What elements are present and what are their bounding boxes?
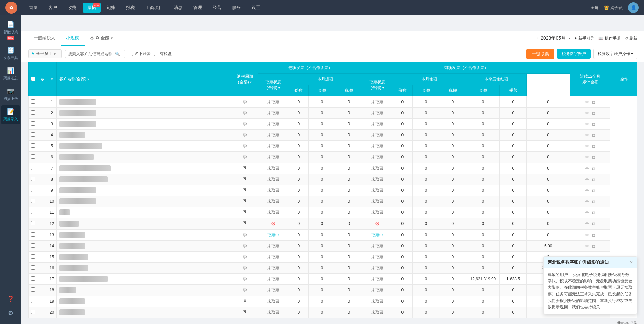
- tax-period-header[interactable]: 纳税周期(全部) ▾: [231, 62, 258, 96]
- copy-icon[interactable]: ⧉: [592, 110, 595, 116]
- nav-receipts[interactable]: 收费: [63, 3, 81, 13]
- one-key-invoice-btn[interactable]: 一键取票: [526, 49, 554, 59]
- copy-icon[interactable]: ⧉: [592, 243, 595, 249]
- client-name-header[interactable]: 客户名称(全部) ▾: [57, 62, 231, 96]
- row-checkbox[interactable]: [31, 310, 35, 314]
- edit-icon[interactable]: ✏: [585, 199, 589, 204]
- edit-icon[interactable]: ✏: [585, 143, 589, 149]
- nav-operations[interactable]: 经营: [208, 3, 226, 13]
- copy-icon[interactable]: ⧉: [592, 210, 595, 215]
- copy-icon[interactable]: ⧉: [592, 221, 595, 226]
- nav-tax[interactable]: 报税: [121, 3, 140, 13]
- nav-accounting[interactable]: 记账: [102, 3, 120, 13]
- tab-general[interactable]: 一般纳税人: [28, 31, 61, 46]
- row-checkbox[interactable]: [31, 299, 35, 303]
- row-checkbox[interactable]: [31, 99, 35, 104]
- row-checkbox[interactable]: [31, 110, 35, 115]
- edit-icon[interactable]: ✏: [585, 154, 589, 160]
- refresh-btn[interactable]: ↻ 刷新: [625, 36, 637, 41]
- new-guide-btn[interactable]: ✦ 新手引导: [574, 36, 594, 41]
- edit-icon[interactable]: ✏: [585, 243, 589, 249]
- select-all-checkbox[interactable]: [31, 77, 35, 81]
- out-fetch-status-header[interactable]: 取票状态(全部) ▾: [362, 74, 392, 96]
- edit-icon[interactable]: ✏: [585, 99, 589, 105]
- sidebar-item-scan-upload[interactable]: 📷 扫描上传: [1, 85, 20, 104]
- copy-icon[interactable]: ⧉: [592, 166, 595, 171]
- edit-icon[interactable]: ✏: [585, 232, 589, 238]
- sidebar-item-label: 票据录入: [3, 117, 18, 122]
- row-checkbox[interactable]: [31, 287, 35, 292]
- tab-small[interactable]: 小规模: [61, 31, 85, 46]
- row-checkbox[interactable]: [31, 199, 35, 203]
- edit-icon[interactable]: ✏: [585, 177, 589, 182]
- row-checkbox[interactable]: [31, 143, 35, 148]
- in-amount-cell: 0: [309, 263, 335, 274]
- in-amount-cell: 0: [309, 241, 335, 252]
- row-checkbox[interactable]: [31, 254, 35, 259]
- search-icon[interactable]: 🔍: [115, 52, 120, 56]
- tab-all[interactable]: ♻ ♻ 全能 ▾: [85, 31, 118, 46]
- tax-period-cell: 季: [231, 96, 258, 108]
- user-avatar[interactable]: 👤: [628, 2, 639, 13]
- copy-icon[interactable]: ⧉: [592, 154, 595, 160]
- sub-ledger-checkbox[interactable]: 名下账套: [129, 51, 151, 57]
- tax-digital-account-btn[interactable]: 税务数字账户: [557, 49, 591, 59]
- nav-services[interactable]: 服务: [227, 3, 246, 13]
- manual-btn[interactable]: 📖 操作手册: [598, 36, 621, 41]
- edit-icon[interactable]: ✏: [585, 110, 589, 116]
- nav-home[interactable]: 首页: [24, 3, 42, 13]
- copy-icon[interactable]: ⧉: [592, 99, 595, 105]
- copy-icon[interactable]: ⧉: [592, 132, 595, 138]
- out-tax-cell: 0: [439, 152, 466, 163]
- edit-icon[interactable]: ✏: [585, 166, 589, 171]
- vip-btn[interactable]: 👑 购会员: [604, 5, 623, 11]
- row-checkbox[interactable]: [31, 276, 35, 281]
- fullscreen-btn[interactable]: ⛶ 全屏: [585, 5, 599, 11]
- row-checkbox[interactable]: [31, 177, 35, 181]
- copy-icon[interactable]: ⧉: [592, 188, 595, 193]
- nav-invoices[interactable]: 票据 new: [83, 3, 101, 13]
- row-checkbox[interactable]: [31, 210, 35, 214]
- sidebar-item-invoice-summary[interactable]: 📊 票据汇总: [1, 64, 20, 83]
- copy-icon[interactable]: ⧉: [592, 177, 595, 182]
- prev-month-btn[interactable]: ‹: [537, 36, 538, 41]
- copy-icon[interactable]: ⧉: [592, 232, 595, 238]
- copy-icon[interactable]: ⧉: [592, 199, 595, 204]
- row-checkbox[interactable]: [31, 121, 35, 126]
- row-checkbox[interactable]: [31, 154, 35, 159]
- row-checkbox[interactable]: [31, 188, 35, 192]
- sidebar-item-smart-invoice[interactable]: 📄 智能取票 new: [1, 18, 20, 43]
- sidebar-help-icon[interactable]: ❓: [5, 293, 16, 305]
- employee-select[interactable]: ⚑ 全部员工 ▾: [28, 49, 62, 58]
- edit-icon[interactable]: ✏: [585, 210, 589, 215]
- row-checkbox[interactable]: [31, 221, 35, 225]
- row-checkbox[interactable]: [31, 232, 35, 237]
- notification-close-btn[interactable]: ✕: [630, 260, 633, 265]
- copy-icon[interactable]: ⧉: [592, 121, 595, 127]
- row-checkbox[interactable]: [31, 265, 35, 270]
- row-checkbox[interactable]: [31, 166, 35, 170]
- nav-business[interactable]: 工商项目: [141, 3, 168, 13]
- search-input[interactable]: [68, 52, 115, 56]
- nav-management[interactable]: 管理: [189, 3, 207, 13]
- edit-icon[interactable]: ✏: [585, 132, 589, 138]
- tax-digital-account-op-btn[interactable]: 税务数字账户操作 ▾: [593, 49, 637, 59]
- sidebar-settings-icon[interactable]: ⚙: [6, 307, 15, 319]
- edit-icon[interactable]: ✏: [585, 121, 589, 127]
- red-amount-cell: 0: [466, 296, 500, 307]
- row-checkbox[interactable]: [31, 243, 35, 248]
- row-checkbox[interactable]: [31, 132, 35, 137]
- nav-settings[interactable]: 设置: [247, 3, 265, 13]
- sidebar-item-invoice-entry[interactable]: 📝 票据录入: [1, 105, 20, 124]
- edit-icon[interactable]: ✏: [585, 221, 589, 226]
- red-amount-cell: 0: [466, 185, 500, 196]
- next-month-btn[interactable]: ›: [569, 36, 570, 41]
- in-fetch-status-header[interactable]: 取票状态(全部) ▾: [258, 74, 288, 96]
- copy-icon[interactable]: ⧉: [592, 143, 595, 149]
- has-tax-checkbox[interactable]: 有税盘: [154, 51, 172, 57]
- edit-icon[interactable]: ✏: [585, 188, 589, 193]
- sidebar-item-issue-invoice[interactable]: 🧾 发票开具: [1, 44, 20, 63]
- nav-messages[interactable]: 消息: [169, 3, 187, 13]
- row-checkbox-cell: [29, 274, 38, 285]
- nav-customers[interactable]: 客户: [44, 3, 62, 13]
